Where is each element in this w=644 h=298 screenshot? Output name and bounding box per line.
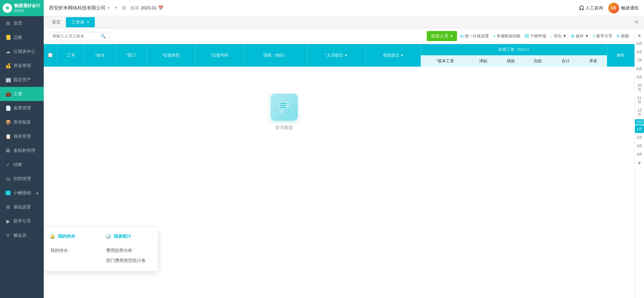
sidebar-label-fund: 资金管理 <box>13 63 31 69</box>
headset-icon: 🎧 <box>579 5 584 10</box>
search-box[interactable]: 🔍 <box>49 32 110 40</box>
company-selector[interactable]: 西安虾米网络科技有限公司 ▼ <box>49 5 110 11</box>
sidebar-item-vip[interactable]: V 畅会员 <box>0 228 44 242</box>
sidebar-item-basic-settings[interactable]: ⚙ 基础设置 <box>0 200 44 214</box>
sub-col-bonus: 津贴 <box>469 56 497 67</box>
period-label: 账期 <box>130 5 139 11</box>
sub-col-pension: 养老 <box>579 56 607 67</box>
sidebar-item-invoice[interactable]: 📄 发票管理 <box>0 101 44 115</box>
export-action[interactable]: ↓ 导出 ▼ <box>550 33 566 39</box>
sidebar-item-xiaochang[interactable]: G 小畅报销 ◀ <box>0 186 44 200</box>
sidebar-item-inventory[interactable]: 📦 库存核算 <box>0 115 44 129</box>
deduction-icon: + <box>493 34 496 39</box>
sidebar-label-invoice: 发票管理 <box>13 105 31 111</box>
sidebar-item-tax[interactable]: 📋 税务管理 <box>0 129 44 143</box>
social-security-action[interactable]: % 统一社保设置 <box>460 33 489 39</box>
settlement-icon: ✓ <box>5 162 11 167</box>
special-deduction-action[interactable]: + 专项附加扣除 <box>493 33 521 39</box>
sidebar-item-home[interactable]: ⊞ 首页 <box>0 16 44 30</box>
side-month-1[interactable]: 1月 <box>635 125 644 133</box>
side-month-4[interactable]: 4月 <box>635 151 644 158</box>
popup-item-dept-cost[interactable]: 部门费用类型统计表 <box>105 256 153 266</box>
close-tab-button[interactable]: ✕ <box>632 19 641 25</box>
home-icon: ⊞ <box>5 21 11 26</box>
ledger-icon: 📒 <box>5 35 11 40</box>
sidebar-label-home: 首页 <box>13 20 22 26</box>
sidebar-item-settlement[interactable]: ✓ 结账 <box>0 158 44 172</box>
report-icon: 📊 <box>105 233 112 240</box>
side-month-7[interactable]: 7月 <box>635 57 644 64</box>
sub-col-base-salary: *基本工资 <box>421 56 469 67</box>
col-emp-no: 工号 <box>57 44 85 67</box>
sidebar-item-archive[interactable]: 🗂 归档管理 <box>0 172 44 186</box>
col-status: *人员状态 ▼ <box>307 44 366 67</box>
svg-rect-3 <box>280 107 286 108</box>
tab-salary[interactable]: 工资表 ✕ <box>66 17 95 27</box>
guide-icon: ▶ <box>5 219 11 224</box>
user-menu[interactable]: CE 畅捷通组 <box>608 3 639 13</box>
operations-action[interactable]: ⚙ 操作 ▼ <box>571 33 589 39</box>
add-person-button[interactable]: 添加人员 ▼ <box>427 31 457 41</box>
sidebar-label-org: 多机构管理 <box>13 147 35 154</box>
side-month-8[interactable]: 8月 <box>635 65 644 73</box>
popup-todo-header: 🔔 我的待办 <box>49 233 97 242</box>
side-nav-down[interactable]: ▼ <box>636 159 643 167</box>
side-nav-up[interactable]: ▲ <box>636 31 643 39</box>
sidebar-item-salary[interactable]: 💼 工资 <box>0 87 44 101</box>
sidebar-item-fixed-assets[interactable]: 🏢 固定资产 <box>0 73 44 87</box>
avatar: CE <box>608 3 619 13</box>
col-operations: 操作 <box>607 44 635 67</box>
sidebar-item-multi-org[interactable]: 🏛 多机构管理 <box>0 143 44 158</box>
sidebar-item-fund[interactable]: 💰 资金管理 <box>0 59 44 73</box>
popup-col-report: 📊 报表统计 费用趋势分析 部门费用类型统计表 <box>105 233 153 266</box>
personal-tax-action[interactable]: 国 个税申报 <box>525 33 546 39</box>
side-month-10[interactable]: 10月 <box>635 82 644 94</box>
side-month-12[interactable]: 12月 <box>635 107 644 119</box>
toolbar: 🔍 添加人员 ▼ % 统一社保设置 + 专项附加扣除 国 <box>44 28 635 44</box>
popup-item-cost-trend[interactable]: 费用趋势分析 <box>105 245 153 256</box>
salary-icon: 💼 <box>5 91 11 97</box>
settings-gear-icon[interactable]: ⚙ <box>122 5 126 11</box>
guide-toolbar-icon: ? <box>593 34 595 39</box>
side-month-5[interactable]: 5月 <box>635 40 644 47</box>
side-month-3[interactable]: 3月 <box>635 142 644 150</box>
service-button[interactable]: 🎧 人工咨询 <box>579 5 603 11</box>
sidebar-label-guide: 新手引导 <box>13 218 31 224</box>
assets-icon: 🏢 <box>5 77 11 82</box>
operations-icon: ⚙ <box>571 34 575 39</box>
app-logo: 畅 畅捷通好会计 旗舰版 <box>0 0 44 16</box>
sidebar-item-general-ledger[interactable]: 📒 总账 <box>0 30 44 44</box>
side-month-9[interactable]: 9月 <box>635 73 644 81</box>
tab-close-icon[interactable]: ✕ <box>86 20 89 24</box>
sub-col-performance: 绩效 <box>497 56 525 67</box>
side-month-2[interactable]: 2月 <box>635 134 644 141</box>
status-filter-icon[interactable]: ▼ <box>344 54 347 57</box>
sidebar-label-ledger: 总账 <box>13 34 22 40</box>
tab-home[interactable]: 首页 <box>46 17 66 27</box>
invoice-icon: 📄 <box>5 105 11 111</box>
sidebar-item-cloud-report[interactable]: ☁ 云报表中心 <box>0 44 44 59</box>
refresh-action[interactable]: ↻ 刷新 <box>616 33 629 39</box>
col-checkbox[interactable] <box>44 44 57 67</box>
period-selector[interactable]: 账期 2023-01 📅 <box>130 5 163 11</box>
tax-report-icon: 国 <box>525 33 529 39</box>
side-month-11[interactable]: 11月 <box>635 94 644 106</box>
svg-rect-1 <box>280 103 287 104</box>
sidebar-item-new-guide[interactable]: ▶ 新手引导 <box>0 214 44 228</box>
archive-icon: 🗂 <box>5 176 11 181</box>
search-input[interactable] <box>52 34 99 38</box>
report-filter-icon[interactable]: ▼ <box>400 54 404 57</box>
svg-text:?: ? <box>286 109 288 113</box>
side-month-6[interactable]: 6月 <box>635 48 644 56</box>
sub-col-deduct: 扣款 <box>525 56 552 67</box>
calendar-icon: 📅 <box>158 5 163 10</box>
tab-bar: 首页 工资表 ✕ ✕ <box>44 16 644 28</box>
popup-item-todo[interactable]: 我的待办 <box>49 245 97 256</box>
xiaochang-icon: G <box>5 191 11 195</box>
search-icon: 🔍 <box>101 34 106 39</box>
new-guide-action[interactable]: ? 新手引导 <box>593 33 612 39</box>
add-icon[interactable]: + <box>114 4 118 11</box>
select-all-checkbox[interactable] <box>48 53 52 57</box>
col-name: *姓名 <box>85 44 116 67</box>
col-nationality: 国籍（地区） <box>244 44 307 67</box>
